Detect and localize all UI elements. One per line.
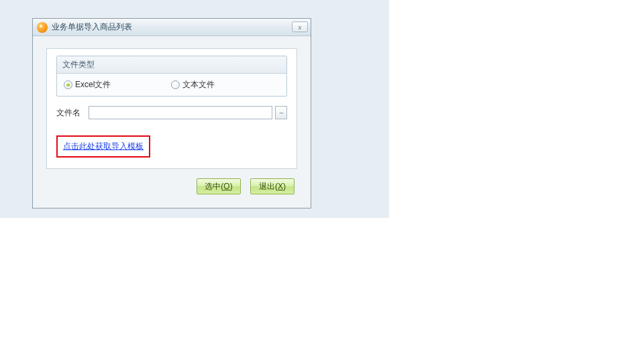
exit-button-mnemonic: X <box>278 182 283 191</box>
close-icon: x <box>299 23 302 31</box>
radio-icon <box>171 80 180 89</box>
template-link-highlight: 点击此处获取导入模板 <box>56 135 150 158</box>
import-dialog: 业务单据导入商品列表 x 文件类型 Excel文件 文本文件 <box>32 18 311 208</box>
browse-button[interactable]: ··· <box>275 106 287 119</box>
file-type-header: 文件类型 <box>57 56 286 74</box>
exit-button-label: 退出( <box>259 181 278 192</box>
content-frame: 文件类型 Excel文件 文本文件 文件名 ··· <box>46 48 297 169</box>
app-icon <box>37 22 48 33</box>
dialog-title: 业务单据导入商品列表 <box>52 21 132 33</box>
ellipsis-icon: ··· <box>279 109 282 117</box>
radio-excel-label: Excel文件 <box>75 79 111 90</box>
dialog-titlebar: 业务单据导入商品列表 x <box>33 19 311 36</box>
dialog-body: 文件类型 Excel文件 文本文件 文件名 ··· <box>33 36 311 208</box>
file-name-row: 文件名 ··· <box>56 106 287 119</box>
select-button-mnemonic: O <box>223 182 229 191</box>
select-button-label: 选中( <box>205 181 223 192</box>
file-type-group: 文件类型 Excel文件 文本文件 <box>56 56 287 97</box>
get-template-link[interactable]: 点击此处获取导入模板 <box>63 141 144 151</box>
select-button[interactable]: 选中(O) <box>197 178 241 194</box>
file-type-options: Excel文件 文本文件 <box>57 74 286 96</box>
radio-icon <box>64 80 72 89</box>
radio-text[interactable]: 文本文件 <box>171 79 215 90</box>
file-name-label: 文件名 <box>56 107 86 119</box>
radio-text-label: 文本文件 <box>182 79 215 90</box>
select-button-tail: ) <box>230 182 233 191</box>
close-button[interactable]: x <box>292 21 308 32</box>
exit-button[interactable]: 退出(X) <box>250 178 294 194</box>
dialog-buttons: 选中(O) 退出(X) <box>46 169 297 198</box>
file-name-input[interactable] <box>89 106 272 119</box>
radio-excel[interactable]: Excel文件 <box>64 79 111 90</box>
exit-button-tail: ) <box>283 182 286 191</box>
